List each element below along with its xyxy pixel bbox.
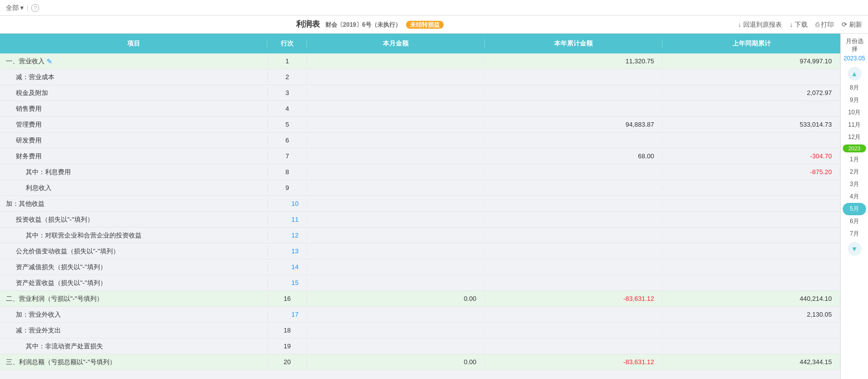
header-cur-month: 本月金额 xyxy=(307,39,485,48)
item-label: 其中：对联营企业和合营企业的投资收益 xyxy=(26,231,142,240)
download-button[interactable]: ↓ 下载 xyxy=(790,20,808,29)
sidebar-month-item[interactable]: 12月 xyxy=(841,131,868,143)
cell-row-num: 8 xyxy=(267,166,307,178)
cell-cur-month xyxy=(307,265,485,269)
print-button[interactable]: ⎙ 打印 xyxy=(816,20,834,29)
main-container: 项目 行次 本月金额 本年累计金额 上年同期累计 一、营业收入 ✎ 1 11,3… xyxy=(0,34,868,379)
table-row: 其中：非流动资产处置损失 19 xyxy=(0,338,840,354)
table-row: 减：营业成本 2 xyxy=(0,69,840,85)
cell-row-num: 12 xyxy=(267,230,307,241)
item-label: 减：营业成本 xyxy=(16,73,54,82)
cell-year-total xyxy=(485,249,663,253)
cell-cur-month xyxy=(307,249,485,253)
item-label: 加：其他收益 xyxy=(6,199,45,208)
status-badge: 未结转损益 xyxy=(406,21,444,29)
cell-row-num: 16 xyxy=(267,293,307,304)
sidebar-month-item[interactable]: 10月 xyxy=(841,106,868,119)
item-label: 其中：非流动资产处置损失 xyxy=(26,342,103,351)
table-row: 三、利润总额（亏损总额以"-"号填列） 20 0.00 -83,631.12 4… xyxy=(0,354,840,370)
sidebar-month-item[interactable]: 8月 xyxy=(841,82,868,94)
sidebar-up-icon[interactable]: ▲ xyxy=(848,67,862,81)
item-label: 管理费用 xyxy=(16,120,42,129)
item-label: 投资收益（损失以"-"填列） xyxy=(16,215,94,224)
table-row: 公允价值变动收益（损失以"-"填列） 13 xyxy=(0,243,840,259)
sidebar-month-item[interactable]: 5月 xyxy=(843,203,866,215)
sidebar-month-item[interactable]: 7月 xyxy=(841,228,868,240)
cell-row-num: 4 xyxy=(267,103,307,114)
table-row: 管理费用 5 94,883.87 533,014.73 xyxy=(0,117,840,133)
header-year-total: 本年累计金额 xyxy=(485,39,663,48)
cell-item: 销售费用 xyxy=(0,102,267,115)
cell-cur-month xyxy=(307,107,485,111)
nav-dropdown-all[interactable]: 全部 ▾ xyxy=(6,3,24,12)
cell-year-total xyxy=(485,91,663,95)
cell-last-year xyxy=(663,139,840,142)
cell-cur-month xyxy=(307,313,485,317)
sidebar-month-item[interactable]: 4月 xyxy=(841,190,868,203)
cell-last-year xyxy=(663,249,840,253)
table-row: 资产减值损失（损失以"-"填列） 14 xyxy=(0,259,840,275)
table-row: 投资收益（损失以"-"填列） 11 xyxy=(0,212,840,228)
cell-row-num: 15 xyxy=(267,277,307,288)
cell-item: 加：其他收益 xyxy=(0,197,267,210)
sidebar-month-item[interactable]: 1月 xyxy=(841,153,868,166)
cell-last-year xyxy=(663,329,840,332)
cell-last-year xyxy=(663,344,840,348)
sidebar-month-item[interactable]: 2月 xyxy=(841,166,868,178)
cell-row-num: 14 xyxy=(267,261,307,273)
table-row: 销售费用 4 xyxy=(0,101,840,117)
cell-item: 管理费用 xyxy=(0,118,267,131)
table-row: 一、营业收入 ✎ 1 11,320.75 974,997.10 xyxy=(0,53,840,69)
cell-cur-month xyxy=(307,170,485,174)
cell-year-total xyxy=(485,139,663,142)
cell-row-num: 9 xyxy=(267,182,307,193)
cell-last-year xyxy=(663,218,840,222)
cell-year-total xyxy=(485,313,663,317)
table-row: 税金及附加 3 2,072.97 xyxy=(0,85,840,101)
cell-item: 利息收入 xyxy=(0,182,267,194)
item-label: 利息收入 xyxy=(26,184,51,192)
header-last-year: 上年同期累计 xyxy=(663,39,840,48)
sidebar-month-item[interactable]: 6月 xyxy=(841,215,868,228)
cell-row-num: 3 xyxy=(267,87,307,98)
cell-cur-month xyxy=(307,234,485,237)
table-row: 利息收入 9 xyxy=(0,180,840,196)
sidebar-month-item[interactable]: 11月 xyxy=(841,119,868,131)
cell-row-num: 13 xyxy=(267,245,307,257)
cell-year-total xyxy=(485,107,663,111)
cell-item: 其中：利息费用 xyxy=(0,166,267,179)
item-label: 加：营业外收入 xyxy=(16,310,61,319)
cell-last-year xyxy=(663,265,840,269)
back-button[interactable]: ↓ 回退到原报表 xyxy=(738,20,782,29)
cell-row-num: 6 xyxy=(267,135,307,146)
edit-icon[interactable]: ✎ xyxy=(47,57,52,65)
cell-row-num: 19 xyxy=(267,340,307,352)
sidebar-month-item[interactable]: 3月 xyxy=(841,178,868,190)
cell-row-num: 2 xyxy=(267,71,307,83)
help-icon[interactable]: ? xyxy=(31,4,39,12)
item-label: 资产处置收益（损失以"-"填列） xyxy=(16,279,106,287)
cell-item: 财务费用 xyxy=(0,150,267,163)
cell-cur-month xyxy=(307,123,485,127)
cell-item: 减：营业成本 xyxy=(0,71,267,84)
cell-year-total xyxy=(485,329,663,332)
cell-cur-month xyxy=(307,344,485,348)
sidebar-right: 月份选择 2023.05 ▲ 8月9月10月11月12月20231月2月3月4月… xyxy=(840,34,868,379)
item-label: 税金及附加 xyxy=(16,89,48,97)
sidebar-month-item[interactable]: 9月 xyxy=(841,94,868,106)
sidebar-down-icon[interactable]: ▼ xyxy=(848,242,862,256)
cell-year-total xyxy=(485,170,663,174)
cell-row-num: 5 xyxy=(267,119,307,130)
dropdown-arrow-icon: ▾ xyxy=(20,4,24,11)
cell-year-total: 68.00 xyxy=(485,150,663,162)
cell-year-total xyxy=(485,218,663,222)
table-row: 其中：利息费用 8 -875.20 xyxy=(0,164,840,180)
item-label: 销售费用 xyxy=(16,104,42,113)
cell-last-year: 440,214.10 xyxy=(663,293,840,304)
cell-cur-month xyxy=(307,75,485,79)
cell-year-total xyxy=(485,234,663,237)
dropdown-label: 全部 xyxy=(6,3,19,12)
refresh-button[interactable]: ⟳ 刷新 xyxy=(842,20,862,29)
cell-item: 二、营业利润（亏损以"-"号填列） xyxy=(0,292,267,305)
table-body: 一、营业收入 ✎ 1 11,320.75 974,997.10 减：营业成本 2… xyxy=(0,53,840,370)
